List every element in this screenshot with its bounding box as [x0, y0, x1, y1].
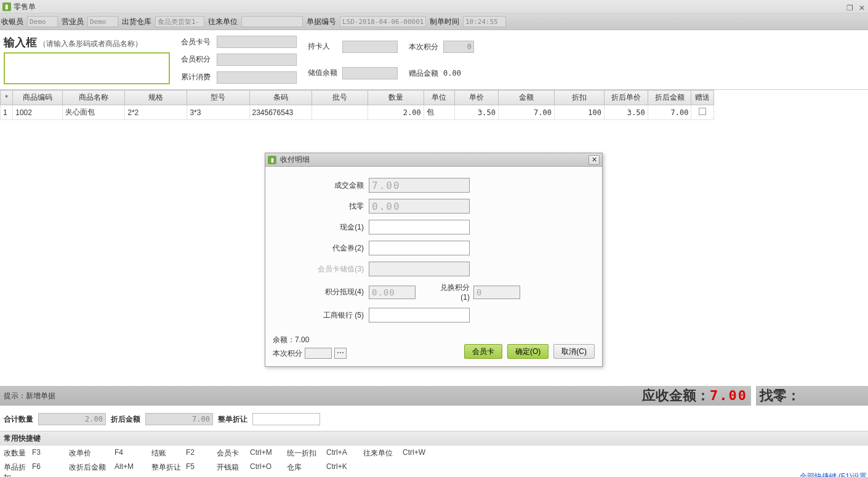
- whole-discount-label: 整单折让: [218, 414, 247, 425]
- col-amount[interactable]: 金额: [499, 90, 555, 105]
- col-model[interactable]: 型号: [187, 90, 249, 105]
- thispoints-label: 本次积分: [409, 42, 438, 52]
- member-card-button[interactable]: 会员卡: [464, 344, 502, 359]
- hk-label: 结账: [151, 448, 186, 459]
- all-hotkeys-link[interactable]: 全部快捷键 (F1)设置: [800, 471, 867, 477]
- icbc-input[interactable]: [369, 308, 470, 323]
- total-amt-label: 折后金额: [111, 414, 140, 425]
- remain-label: 余额：: [273, 335, 295, 344]
- hk-key: Ctrl+O: [250, 462, 287, 477]
- more-button[interactable]: ⋯: [334, 348, 347, 359]
- cell-price[interactable]: 3.50: [455, 105, 499, 120]
- cell-qty[interactable]: 2.00: [368, 105, 424, 120]
- header-bar: 收银员 营业员 出货仓库 往来单位 单据编号 制单时间: [0, 14, 868, 30]
- hk-key: F3: [32, 448, 69, 459]
- voucher-input[interactable]: [369, 241, 470, 255]
- col-qty[interactable]: 数量: [368, 90, 424, 105]
- change-label: 找零：: [760, 388, 800, 403]
- time-field: [463, 16, 506, 27]
- gift-label: 赠品金额: [409, 68, 438, 79]
- col-price[interactable]: 单价: [455, 90, 499, 105]
- col-name[interactable]: 商品名称: [63, 90, 125, 105]
- col-barcode[interactable]: 条码: [249, 90, 311, 105]
- restore-icon[interactable]: ❐: [843, 1, 856, 12]
- icbc-label: 工商银行 (5): [273, 310, 369, 321]
- window-title: 零售单: [14, 0, 36, 14]
- due-label: 应收金额：: [642, 388, 710, 403]
- total-qty-label: 合计数量: [4, 414, 33, 425]
- col-marker[interactable]: *: [1, 90, 13, 105]
- table-row[interactable]: 1 1002 夹心面包 2*2 3*3 2345676543 2.00 包 3.…: [1, 105, 714, 120]
- balance-field: [342, 67, 398, 79]
- lock-icon: ▮: [268, 156, 276, 164]
- holder-label: 持卡人: [308, 41, 337, 52]
- cell-gift[interactable]: [691, 105, 714, 120]
- cell-damount: 7.00: [648, 105, 691, 120]
- hk-label: 往来单位: [363, 448, 403, 459]
- close-icon[interactable]: ✕: [856, 1, 868, 12]
- app-icon: ▮: [2, 2, 11, 11]
- hotkeys-panel: 常用快捷键 改数量F3 改单价F4 结账F2 会员卡Ctrl+M 统一折扣Ctr…: [0, 431, 868, 477]
- member-card-field[interactable]: [217, 36, 297, 48]
- col-batch[interactable]: 批号: [311, 90, 368, 105]
- hk-label: 开钱箱: [217, 462, 250, 477]
- cashier-label: 收银员: [1, 17, 23, 27]
- redeem-input: [473, 286, 520, 299]
- barcode-input[interactable]: [4, 52, 170, 84]
- cash-input[interactable]: [369, 220, 470, 234]
- hk-label: 整单折让: [151, 462, 186, 477]
- hk-key: Ctrl+K: [326, 462, 363, 477]
- dialog-title: 收付明细: [280, 154, 310, 165]
- remain-value: 7.00: [295, 335, 309, 344]
- hk-key: Ctrl+M: [250, 448, 287, 459]
- cancel-button[interactable]: 取消(C): [553, 344, 595, 359]
- inputbox-hint: （请输入条形码或者商品名称）: [39, 39, 142, 48]
- totals-row: 合计数量 2.00 折后金额 7.00 整单折让: [0, 409, 868, 429]
- member-totalspend-label: 累计消费: [181, 72, 212, 82]
- tip-text: 新增单据: [26, 391, 55, 400]
- docno-label: 单据编号: [307, 17, 336, 27]
- hk-key: F4: [115, 448, 151, 459]
- whole-discount-input[interactable]: [252, 413, 320, 425]
- dialog-close-button[interactable]: ✕: [589, 155, 600, 165]
- hk-label: 仓库: [287, 462, 326, 477]
- product-grid[interactable]: * 商品编码 商品名称 规格 型号 条码 批号 数量 单位 单价 金额 折扣 折…: [0, 89, 868, 120]
- holder-field: [342, 41, 398, 53]
- cell-dprice: 3.50: [604, 105, 648, 120]
- docno-field: [340, 16, 426, 27]
- hk-label: 单品折扣: [4, 462, 32, 477]
- due-value: 7.00: [710, 388, 747, 403]
- col-code[interactable]: 商品编码: [13, 90, 63, 105]
- col-dprice[interactable]: 折后单价: [604, 90, 648, 105]
- col-discount[interactable]: 折扣: [555, 90, 605, 105]
- dlg-thispoints-field: [305, 348, 332, 359]
- hk-label: 改折后金额: [69, 462, 115, 477]
- time-label: 制单时间: [430, 17, 459, 27]
- hk-key: F2: [186, 448, 217, 459]
- dlg-thispoints-label: 本次积分: [273, 348, 302, 359]
- cell-unit: 包: [424, 105, 455, 120]
- total-qty-value: 2.00: [38, 413, 106, 425]
- col-gift[interactable]: 赠送: [691, 90, 714, 105]
- cell-code: 1002: [13, 105, 63, 120]
- warehouse-field[interactable]: [155, 16, 204, 27]
- deal-field: [369, 178, 470, 193]
- clerk-field: [87, 16, 118, 27]
- hk-key: F5: [186, 462, 217, 477]
- gift-checkbox[interactable]: [699, 108, 706, 115]
- hk-key: Alt+M: [115, 462, 151, 477]
- deal-label: 成交金额: [273, 180, 369, 191]
- cell-spec: 2*2: [125, 105, 187, 120]
- cell-discount[interactable]: 100: [555, 105, 605, 120]
- warehouse-label: 出货仓库: [122, 17, 151, 27]
- col-unit[interactable]: 单位: [424, 90, 455, 105]
- hk-label: 会员卡: [217, 448, 250, 459]
- cardstore-label: 会员卡储值(3): [273, 264, 369, 275]
- ok-button[interactable]: 确定(O): [507, 344, 549, 359]
- col-damount[interactable]: 折后金额: [648, 90, 691, 105]
- col-spec[interactable]: 规格: [125, 90, 187, 105]
- tip-label: 提示：: [4, 391, 26, 400]
- cell-amount: 7.00: [499, 105, 555, 120]
- voucher-label: 代金券(2): [273, 243, 369, 254]
- unit-field[interactable]: [241, 16, 303, 27]
